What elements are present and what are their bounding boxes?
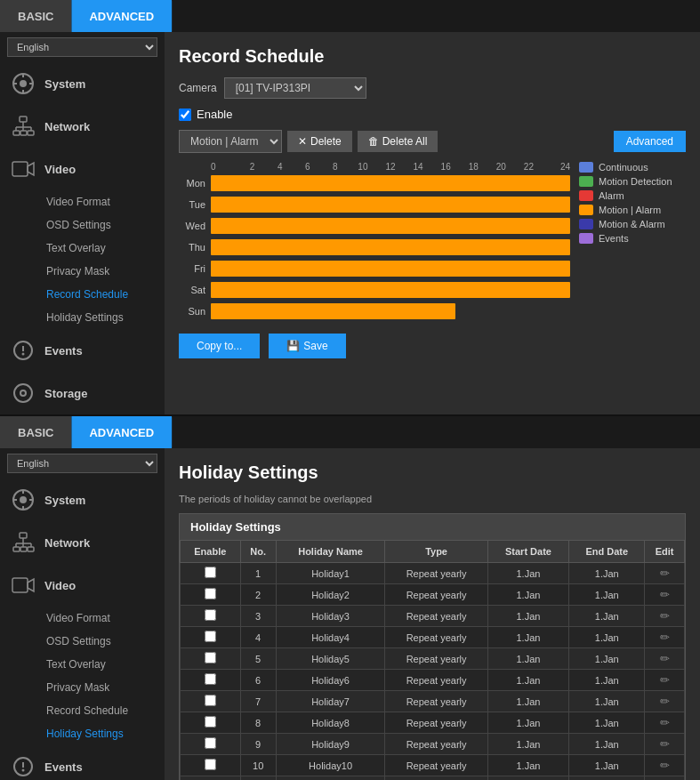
legend-label-events: Events bbox=[599, 233, 629, 244]
save-button-top[interactable]: 💾 Save bbox=[269, 334, 345, 358]
schedule-type-select[interactable]: Motion | Alarm bbox=[179, 130, 282, 153]
enable-checkbox[interactable] bbox=[179, 109, 191, 121]
camera-select[interactable]: [01] TV-IP313PI bbox=[224, 77, 366, 99]
sidebar-sub-holidaysettings-bottom[interactable]: Holiday Settings bbox=[0, 722, 165, 745]
sidebar-label-storage-top: Storage bbox=[44, 387, 87, 400]
day-bar-fri[interactable] bbox=[211, 261, 570, 277]
legend-item-motion-and-alarm: Motion & Alarm bbox=[579, 219, 686, 229]
edit-icon[interactable]: ✏ bbox=[660, 609, 670, 623]
sidebar-item-network-bottom[interactable]: Network bbox=[0, 521, 165, 564]
cell-edit[interactable]: ✏ bbox=[645, 606, 685, 627]
sidebar-sub-videoformat-bottom[interactable]: Video Format bbox=[0, 607, 165, 630]
day-bar-wed[interactable] bbox=[211, 218, 570, 234]
sidebar-label-video-top: Video bbox=[44, 163, 76, 176]
cell-edit[interactable]: ✏ bbox=[645, 691, 685, 712]
copy-to-button[interactable]: Copy to... bbox=[179, 334, 260, 358]
holiday-enable-checkbox[interactable] bbox=[205, 759, 216, 770]
edit-icon[interactable]: ✏ bbox=[660, 631, 670, 644]
cell-edit[interactable]: ✏ bbox=[645, 670, 685, 691]
sidebar-item-video-top[interactable]: Video bbox=[0, 148, 165, 190]
holiday-enable-checkbox[interactable] bbox=[205, 695, 216, 706]
holiday-enable-checkbox[interactable] bbox=[205, 567, 216, 578]
holiday-enable-checkbox[interactable] bbox=[205, 609, 216, 621]
day-label-sat: Sat bbox=[179, 285, 211, 295]
delete-all-button[interactable]: 🗑 Delete All bbox=[358, 131, 439, 152]
schedule-row-tue: Tue bbox=[179, 195, 570, 214]
sidebar-sub-recordschedule-top[interactable]: Record Schedule bbox=[0, 283, 165, 306]
cell-no: 9 bbox=[240, 734, 276, 755]
sidebar-sub-osdsettings-bottom[interactable]: OSD Settings bbox=[0, 630, 165, 653]
cell-edit[interactable]: ✏ bbox=[645, 627, 685, 648]
cell-start: 1.Jan bbox=[487, 734, 568, 755]
cell-edit[interactable]: ✏ bbox=[645, 755, 685, 776]
holiday-enable-checkbox[interactable] bbox=[205, 652, 216, 663]
cell-enable bbox=[181, 755, 241, 776]
sidebar-item-system-bottom[interactable]: System bbox=[0, 478, 165, 521]
cell-enable bbox=[181, 563, 241, 584]
tab-basic-top[interactable]: BASIC bbox=[0, 0, 71, 32]
sidebar-sub-osdsettings-top[interactable]: OSD Settings bbox=[0, 213, 165, 237]
edit-icon[interactable]: ✏ bbox=[660, 673, 670, 687]
sidebar-sub-holidaysettings-top[interactable]: Holiday Settings bbox=[0, 306, 165, 329]
cell-no: 6 bbox=[240, 670, 276, 691]
cell-end: 1.Jan bbox=[569, 712, 645, 734]
sidebar-sub-privacymask-bottom[interactable]: Privacy Mask bbox=[0, 676, 165, 699]
holiday-enable-checkbox[interactable] bbox=[205, 631, 216, 642]
cell-edit[interactable]: ✏ bbox=[645, 734, 685, 755]
tab-advanced-top[interactable]: ADVANCED bbox=[71, 0, 172, 32]
sidebar-sub-videoformat-top[interactable]: Video Format bbox=[0, 190, 165, 213]
svg-point-20 bbox=[14, 384, 32, 402]
sidebar-item-network-top[interactable]: Network bbox=[0, 105, 165, 148]
tab-advanced-bottom[interactable]: ADVANCED bbox=[71, 416, 172, 448]
delete-button[interactable]: ✕ Delete bbox=[287, 131, 352, 152]
cell-edit[interactable]: ✏ bbox=[645, 648, 685, 670]
holiday-enable-checkbox[interactable] bbox=[205, 737, 216, 749]
day-bar-sun[interactable] bbox=[211, 303, 455, 319]
cell-end: 1.Jan bbox=[569, 648, 645, 670]
sidebar-item-events-bottom[interactable]: Events bbox=[0, 745, 165, 780]
day-bar-thu[interactable] bbox=[211, 239, 570, 255]
sidebar-sub-textoverlay-top[interactable]: Text Overlay bbox=[0, 237, 165, 260]
cell-edit[interactable]: ✏ bbox=[645, 712, 685, 734]
edit-icon[interactable]: ✏ bbox=[660, 716, 670, 729]
advanced-button[interactable]: Advanced bbox=[614, 131, 686, 152]
sidebar-item-system-top[interactable]: System bbox=[0, 62, 165, 105]
tab-basic-bottom[interactable]: BASIC bbox=[0, 416, 71, 448]
language-dropdown-top[interactable]: English bbox=[7, 37, 157, 57]
lang-select-bottom[interactable]: English bbox=[0, 448, 165, 478]
day-bar-tue[interactable] bbox=[211, 197, 570, 213]
sidebar-sub-textoverlay-bottom[interactable]: Text Overlay bbox=[0, 653, 165, 676]
edit-icon[interactable]: ✏ bbox=[660, 588, 670, 601]
holiday-enable-checkbox[interactable] bbox=[205, 716, 216, 728]
sidebar-sub-recordschedule-bottom[interactable]: Record Schedule bbox=[0, 699, 165, 722]
sidebar-label-system-top: System bbox=[44, 77, 85, 91]
svg-rect-29 bbox=[13, 547, 20, 551]
edit-icon[interactable]: ✏ bbox=[660, 759, 670, 772]
sidebar-sub-privacymask-top[interactable]: Privacy Mask bbox=[0, 260, 165, 283]
cell-edit[interactable]: ✏ bbox=[645, 584, 685, 606]
holiday-table-scroll[interactable]: Enable No. Holiday Name Type Start Date … bbox=[180, 540, 685, 780]
svg-rect-37 bbox=[12, 578, 28, 592]
sidebar-item-storage-top[interactable]: Storage bbox=[0, 372, 165, 414]
edit-icon[interactable]: ✏ bbox=[660, 652, 670, 665]
cell-end: 1.Jan bbox=[569, 606, 645, 627]
day-bar-sat[interactable] bbox=[211, 282, 570, 298]
cell-edit[interactable]: ✏ bbox=[645, 776, 685, 781]
holiday-enable-checkbox[interactable] bbox=[205, 588, 216, 599]
edit-icon[interactable]: ✏ bbox=[660, 695, 670, 708]
lang-select-top[interactable]: English bbox=[0, 32, 165, 62]
edit-icon[interactable]: ✏ bbox=[660, 567, 670, 580]
holiday-enable-checkbox[interactable] bbox=[205, 673, 216, 685]
edit-icon[interactable]: ✏ bbox=[660, 737, 670, 751]
delete-all-icon: 🗑 bbox=[368, 135, 379, 148]
schedule-row-wed: Wed bbox=[179, 216, 570, 236]
day-label-tue: Tue bbox=[179, 199, 211, 210]
sidebar-item-video-bottom[interactable]: Video bbox=[0, 564, 165, 607]
day-bar-mon[interactable] bbox=[211, 175, 570, 191]
language-dropdown-bottom[interactable]: English bbox=[7, 454, 157, 473]
cell-edit[interactable]: ✏ bbox=[645, 563, 685, 584]
sidebar-item-events-top[interactable]: Events bbox=[0, 329, 165, 372]
legend-item-events: Events bbox=[579, 233, 686, 244]
cell-end: 1.Jan bbox=[569, 670, 645, 691]
cell-name: Holiday8 bbox=[276, 712, 385, 734]
